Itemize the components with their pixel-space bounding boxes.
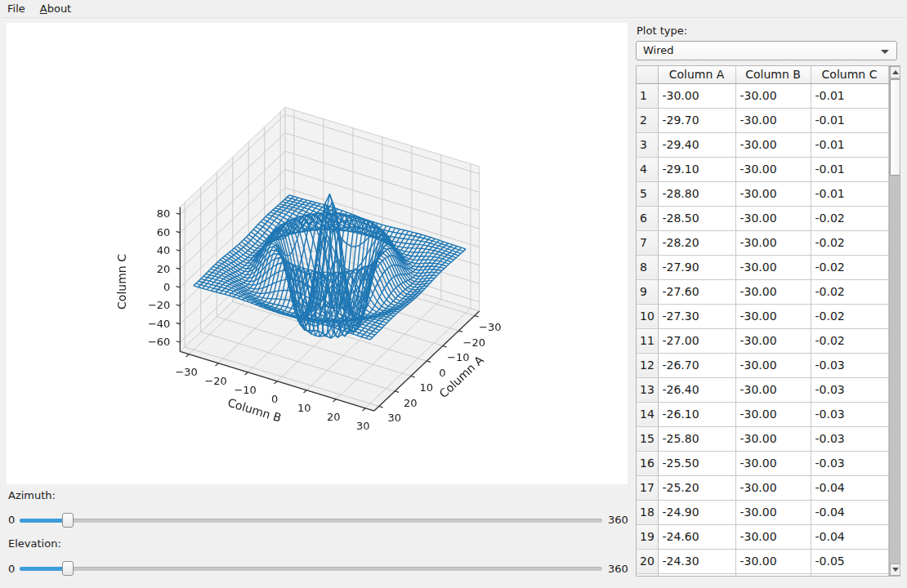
- table-cell[interactable]: -0.02: [811, 304, 888, 328]
- table-cell[interactable]: -30.00: [735, 304, 811, 328]
- table-cell[interactable]: -30.00: [735, 157, 811, 181]
- table-cell[interactable]: -0.01: [811, 83, 888, 108]
- table-row-partial[interactable]: [637, 573, 888, 577]
- table-cell[interactable]: -28.50: [658, 206, 735, 230]
- scrollbar-thumb[interactable]: [890, 79, 901, 176]
- table-cell[interactable]: -0.01: [811, 157, 888, 181]
- table-cell[interactable]: [658, 573, 735, 577]
- table-cell[interactable]: -30.00: [735, 426, 811, 451]
- table-cell[interactable]: -30.00: [735, 230, 811, 255]
- table-cell[interactable]: -0.04: [811, 524, 888, 549]
- table-cell[interactable]: -0.04: [811, 500, 888, 524]
- table-cell[interactable]: -30.00: [735, 353, 811, 377]
- table-cell[interactable]: -30.00: [735, 524, 811, 549]
- table-cell[interactable]: -30.00: [735, 181, 811, 206]
- table-cell[interactable]: -25.80: [658, 426, 735, 451]
- table-cell[interactable]: -30.00: [735, 402, 811, 426]
- table-row[interactable]: 1-30.00-30.00-0.01: [637, 83, 888, 108]
- corner-header-cell[interactable]: [637, 66, 658, 83]
- table-row[interactable]: 7-28.20-30.00-0.02: [637, 230, 888, 255]
- elevation-slider-handle[interactable]: [62, 561, 74, 576]
- menu-file[interactable]: File: [0, 1, 33, 16]
- table-row[interactable]: 20-24.30-30.00-0.05: [637, 549, 888, 573]
- table-cell[interactable]: [735, 573, 811, 577]
- table-cell[interactable]: -26.40: [658, 377, 735, 402]
- table-row[interactable]: 4-29.10-30.00-0.01: [637, 157, 888, 181]
- table-cell[interactable]: -30.00: [735, 549, 811, 573]
- table-row[interactable]: 17-25.20-30.00-0.04: [637, 475, 888, 500]
- table-row[interactable]: 13-26.40-30.00-0.03: [637, 377, 888, 402]
- menu-about[interactable]: About: [33, 1, 78, 16]
- table-row[interactable]: 11-27.00-30.00-0.02: [637, 328, 888, 353]
- table-cell[interactable]: -29.40: [658, 132, 735, 157]
- table-row[interactable]: 9-27.60-30.00-0.02: [637, 279, 888, 304]
- table-cell[interactable]: -28.80: [658, 181, 735, 206]
- column-a-header[interactable]: Column A: [658, 66, 735, 83]
- table-cell[interactable]: -30.00: [735, 279, 811, 304]
- table-cell[interactable]: -0.02: [811, 255, 888, 279]
- table-cell[interactable]: -30.00: [735, 500, 811, 524]
- table-cell[interactable]: -0.02: [811, 206, 888, 230]
- table-cell[interactable]: -0.03: [811, 353, 888, 377]
- table-cell[interactable]: -0.03: [811, 451, 888, 475]
- table-row[interactable]: 3-29.40-30.00-0.01: [637, 132, 888, 157]
- table-cell[interactable]: -30.00: [735, 475, 811, 500]
- table-scrollbar[interactable]: [889, 66, 901, 576]
- table-cell[interactable]: -0.03: [811, 426, 888, 451]
- table-cell[interactable]: -24.60: [658, 524, 735, 549]
- table-cell[interactable]: -30.00: [735, 328, 811, 353]
- table-cell[interactable]: -29.70: [658, 108, 735, 132]
- table-cell[interactable]: -0.02: [811, 230, 888, 255]
- table-cell[interactable]: -30.00: [735, 108, 811, 132]
- scroll-down-button[interactable]: [890, 564, 901, 576]
- table-cell[interactable]: -27.90: [658, 255, 735, 279]
- table-cell[interactable]: -27.60: [658, 279, 735, 304]
- table-row[interactable]: 2-29.70-30.00-0.01: [637, 108, 888, 132]
- scroll-up-button[interactable]: [890, 66, 901, 78]
- table-cell[interactable]: -0.04: [811, 475, 888, 500]
- table-cell[interactable]: -30.00: [735, 255, 811, 279]
- table-cell[interactable]: -25.50: [658, 451, 735, 475]
- plot-type-select[interactable]: Wired: [636, 41, 897, 60]
- table-row[interactable]: 12-26.70-30.00-0.03: [637, 353, 888, 377]
- table-cell[interactable]: -0.03: [811, 377, 888, 402]
- table-cell[interactable]: -0.03: [811, 402, 888, 426]
- elevation-slider-track[interactable]: [20, 567, 602, 571]
- table-cell[interactable]: -27.00: [658, 328, 735, 353]
- table-row[interactable]: 6-28.50-30.00-0.02: [637, 206, 888, 230]
- table-row[interactable]: 19-24.60-30.00-0.04: [637, 524, 888, 549]
- table-row[interactable]: 16-25.50-30.00-0.03: [637, 451, 888, 475]
- azimuth-slider-handle[interactable]: [62, 513, 74, 528]
- table-cell[interactable]: -30.00: [658, 83, 735, 108]
- column-b-header[interactable]: Column B: [735, 66, 811, 83]
- table-cell[interactable]: -0.01: [811, 132, 888, 157]
- azimuth-slider-track[interactable]: [20, 519, 602, 523]
- table-cell[interactable]: -0.01: [811, 181, 888, 206]
- table-row[interactable]: 5-28.80-30.00-0.01: [637, 181, 888, 206]
- table-row[interactable]: 10-27.30-30.00-0.02: [637, 304, 888, 328]
- table-row[interactable]: 18-24.90-30.00-0.04: [637, 500, 888, 524]
- table-cell[interactable]: -30.00: [735, 83, 811, 108]
- table-cell[interactable]: -26.10: [658, 402, 735, 426]
- table-cell[interactable]: -0.02: [811, 328, 888, 353]
- table-cell[interactable]: -30.00: [735, 132, 811, 157]
- table-cell[interactable]: [811, 573, 888, 577]
- table-cell[interactable]: -30.00: [735, 206, 811, 230]
- table-cell[interactable]: -0.02: [811, 279, 888, 304]
- azimuth-slider[interactable]: [20, 513, 602, 528]
- table-row[interactable]: 15-25.80-30.00-0.03: [637, 426, 888, 451]
- table-cell[interactable]: -0.01: [811, 108, 888, 132]
- table-row[interactable]: 14-26.10-30.00-0.03: [637, 402, 888, 426]
- column-c-header[interactable]: Column C: [811, 66, 888, 83]
- elevation-slider[interactable]: [20, 561, 602, 576]
- table-cell[interactable]: -30.00: [735, 451, 811, 475]
- table-cell[interactable]: -27.30: [658, 304, 735, 328]
- table-cell[interactable]: -24.90: [658, 500, 735, 524]
- table-cell[interactable]: -0.05: [811, 549, 888, 573]
- table-row[interactable]: 8-27.90-30.00-0.02: [637, 255, 888, 279]
- table-cell[interactable]: -29.10: [658, 157, 735, 181]
- table-cell[interactable]: -26.70: [658, 353, 735, 377]
- table-cell[interactable]: -25.20: [658, 475, 735, 500]
- table-cell[interactable]: -24.30: [658, 549, 735, 573]
- table-cell[interactable]: -28.20: [658, 230, 735, 255]
